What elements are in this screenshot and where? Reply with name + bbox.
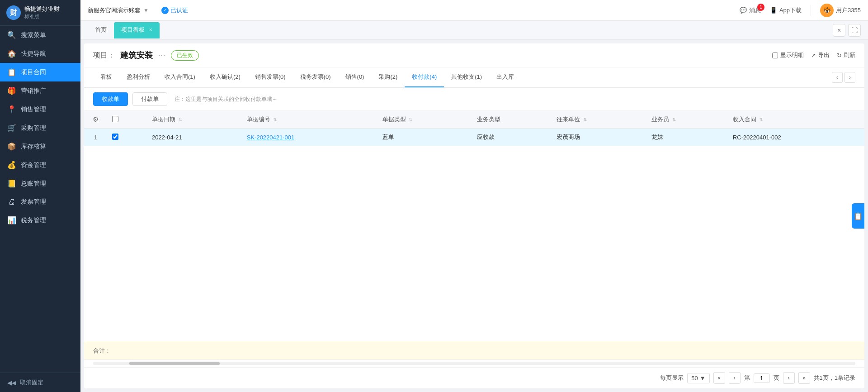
nav-tab-sales-invoice[interactable]: 销售发票(0) bbox=[248, 67, 293, 87]
refresh-button[interactable]: ↻ 刷新 bbox=[837, 51, 855, 59]
invoice-icon: 🖨 bbox=[7, 198, 16, 206]
date-column-header: 单据日期 ⇅ bbox=[146, 111, 241, 129]
nav-tab-sales[interactable]: 销售(0) bbox=[338, 67, 372, 87]
app-logo-text: 畅捷通好业财 标准版 bbox=[24, 5, 60, 20]
sort-icon: ⇅ bbox=[583, 117, 587, 122]
float-icon: 📋 bbox=[854, 212, 863, 220]
nav-tab-payment[interactable]: 收付款(4) bbox=[405, 67, 444, 87]
last-page-icon: » bbox=[802, 375, 806, 381]
sub-tab-hint: 注：这里是与项目关联的全部收付款单哦～ bbox=[175, 96, 278, 103]
tabbar-controls: × ⛶ bbox=[833, 24, 861, 37]
row-seq: 1 bbox=[84, 129, 107, 146]
user-profile[interactable]: 🐯 用户3355 bbox=[820, 4, 861, 17]
next-page-button[interactable]: › bbox=[783, 372, 795, 384]
show-detail-input[interactable] bbox=[772, 53, 778, 58]
topbar: 新服务官网演示账套 ▼ ✓ 已认证 💬 消息 1 📱 App下载 🐯 用户335… bbox=[80, 0, 868, 21]
settings-icon[interactable]: ⚙ bbox=[93, 115, 99, 123]
sales-icon: 📍 bbox=[7, 105, 16, 114]
contract-column-header: 收入合同 ⇅ bbox=[727, 111, 864, 129]
prev-page-button[interactable]: ‹ bbox=[729, 372, 741, 384]
sidebar-item-ledger[interactable]: 📒 总账管理 bbox=[0, 174, 80, 193]
nav-tab-kanban[interactable]: 看板 bbox=[93, 67, 119, 87]
data-table: ⚙ 单据日期 ⇅ 单据编号 ⇅ bbox=[84, 111, 864, 146]
nav-tab-income-contract[interactable]: 收入合同(1) bbox=[157, 67, 203, 87]
sidebar-item-inventory[interactable]: 📦 库存核算 bbox=[0, 137, 80, 156]
purchase-icon: 🛒 bbox=[7, 124, 16, 132]
first-page-button[interactable]: « bbox=[713, 372, 725, 384]
content-area: 项目： 建筑安装 ··· 已生效 显示明细 ↗ 导出 ↻ 刷新 bbox=[84, 43, 864, 388]
sub-tab-payment[interactable]: 付款单 bbox=[132, 92, 167, 106]
scrollbar-row bbox=[84, 359, 864, 367]
tab-project-board[interactable]: 项目看板 × bbox=[114, 22, 160, 38]
export-icon: ↗ bbox=[811, 52, 816, 59]
nav-tab-income-confirm[interactable]: 收入确认(2) bbox=[203, 67, 248, 87]
sort-icon: ⇅ bbox=[273, 117, 277, 122]
refresh-icon: ↻ bbox=[837, 52, 842, 59]
tab-close-icon[interactable]: × bbox=[149, 27, 152, 33]
account-selector[interactable]: 新服务官网演示账套 ▼ bbox=[88, 6, 149, 14]
sidebar-item-contract[interactable]: 📋 项目合同 bbox=[0, 63, 80, 81]
sidebar-item-label: 税务管理 bbox=[21, 216, 46, 225]
project-title: 建筑安装 bbox=[120, 50, 153, 61]
sidebar-item-label: 发票管理 bbox=[21, 198, 46, 206]
sidebar-item-finance[interactable]: 💰 资金管理 bbox=[0, 156, 80, 174]
sidebar-item-sales[interactable]: 📍 销售管理 bbox=[0, 100, 80, 119]
last-page-button[interactable]: » bbox=[798, 372, 810, 384]
salesperson-column-header: 业务员 ⇅ bbox=[646, 111, 727, 129]
nav-tab-tax-invoice[interactable]: 税务发票(0) bbox=[293, 67, 338, 87]
expand-window-button[interactable]: ⛶ bbox=[848, 24, 861, 37]
sub-tab-receipt[interactable]: 收款单 bbox=[93, 92, 128, 106]
project-status-badge: 已生效 bbox=[171, 50, 199, 61]
row-checkbox-cell bbox=[107, 129, 146, 146]
sidebar-item-marketing[interactable]: 🎁 营销推广 bbox=[0, 81, 80, 100]
row-select-checkbox[interactable] bbox=[112, 134, 118, 140]
message-button[interactable]: 💬 消息 1 bbox=[740, 6, 761, 14]
sidebar-item-quicknav[interactable]: 🏠 快捷导航 bbox=[0, 44, 80, 63]
sidebar-item-tax[interactable]: 📊 税务管理 bbox=[0, 211, 80, 229]
sidebar-item-label: 快捷导航 bbox=[21, 50, 46, 58]
finance-icon: 💰 bbox=[7, 161, 16, 169]
next-page-icon: › bbox=[788, 375, 790, 381]
nav-next-arrow[interactable]: › bbox=[844, 72, 855, 83]
sidebar-item-search[interactable]: 🔍 搜索菜单 bbox=[0, 26, 80, 44]
sort-icon: ⇅ bbox=[179, 117, 182, 122]
row-type: 蓝单 bbox=[377, 129, 472, 146]
sidebar-item-purchase[interactable]: 🛒 采购管理 bbox=[0, 119, 80, 137]
topbar-right: 💬 消息 1 📱 App下载 🐯 用户3355 bbox=[740, 4, 861, 17]
per-page-select[interactable]: 50 ▼ bbox=[687, 373, 709, 383]
nav-tab-inout[interactable]: 出入库 bbox=[489, 67, 521, 87]
mobile-icon: 📱 bbox=[770, 7, 777, 14]
float-action-button[interactable]: 📋 bbox=[852, 203, 864, 229]
close-window-button[interactable]: × bbox=[833, 24, 845, 37]
unpin-icon: ◀◀ bbox=[7, 379, 16, 386]
sidebar-item-label: 库存核算 bbox=[21, 143, 46, 151]
first-page-icon: « bbox=[717, 375, 721, 381]
ledger-icon: 📒 bbox=[7, 179, 16, 188]
document-number-link[interactable]: SK-20220421-001 bbox=[247, 134, 295, 141]
sidebar-scroll: 🔍 搜索菜单 🏠 快捷导航 📋 项目合同 🎁 营销推广 📍 销售管理 🛒 采购管… bbox=[0, 26, 80, 373]
nav-tab-purchase[interactable]: 采购(2) bbox=[371, 67, 405, 87]
nav-tab-other[interactable]: 其他收支(1) bbox=[444, 67, 489, 87]
sort-icon: ⇅ bbox=[409, 117, 412, 122]
main-area: 新服务官网演示账套 ▼ ✓ 已认证 💬 消息 1 📱 App下载 🐯 用户335… bbox=[80, 0, 868, 392]
project-menu-button[interactable]: ··· bbox=[158, 51, 165, 59]
sort-icon: ⇅ bbox=[759, 117, 763, 122]
page-input[interactable] bbox=[754, 373, 770, 383]
type-column-header: 单据类型 ⇅ bbox=[377, 111, 472, 129]
topbar-left: 新服务官网演示账套 ▼ ✓ 已认证 bbox=[88, 6, 188, 14]
app-download-button[interactable]: 📱 App下载 bbox=[770, 6, 802, 14]
prev-page-icon: ‹ bbox=[734, 375, 736, 381]
sidebar-item-invoice[interactable]: 🖨 发票管理 bbox=[0, 193, 80, 211]
export-button[interactable]: ↗ 导出 bbox=[811, 51, 830, 59]
search-icon: 🔍 bbox=[7, 31, 16, 39]
select-all-checkbox[interactable] bbox=[112, 116, 118, 122]
tabbar: 首页 项目看板 × × ⛶ bbox=[80, 21, 868, 40]
horizontal-scrollbar[interactable] bbox=[93, 362, 855, 365]
show-detail-checkbox[interactable]: 显示明细 bbox=[772, 51, 804, 59]
tab-home[interactable]: 首页 bbox=[88, 22, 114, 38]
unpin-button[interactable]: ◀◀ 取消固定 bbox=[0, 373, 80, 392]
scrollbar-thumb[interactable] bbox=[129, 362, 220, 365]
nav-prev-arrow[interactable]: ‹ bbox=[832, 72, 843, 83]
row-date: 2022-04-21 bbox=[146, 129, 241, 146]
nav-tab-profit[interactable]: 盈利分析 bbox=[119, 67, 157, 87]
